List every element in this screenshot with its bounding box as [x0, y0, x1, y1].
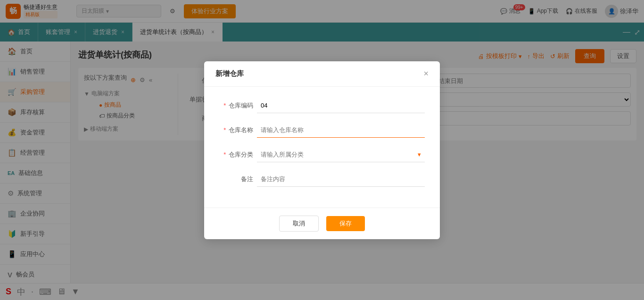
name-label-text: 仓库名称 — [229, 126, 253, 133]
modal-body: * 仓库编码 * 仓库名称 * 仓库分类 — [204, 87, 440, 208]
cancel-button[interactable]: 取消 — [279, 216, 319, 232]
modal-overlay: 新增仓库 × * 仓库编码 * 仓库名称 — [0, 0, 644, 300]
form-row-note: 备注 — [219, 172, 425, 187]
category-label: * 仓库分类 — [219, 150, 257, 159]
warehouse-note-input[interactable] — [257, 172, 425, 187]
form-row-code: * 仓库编码 — [219, 98, 425, 113]
name-label: * 仓库名称 — [219, 126, 257, 134]
form-row-name: * 仓库名称 — [219, 123, 425, 138]
note-label: 备注 — [219, 175, 257, 183]
name-required-mark: * — [223, 126, 226, 133]
add-warehouse-modal: 新增仓库 × * 仓库编码 * 仓库名称 — [204, 61, 440, 239]
category-label-text: 仓库分类 — [229, 151, 253, 158]
warehouse-code-input[interactable] — [257, 98, 425, 113]
code-label-text: 仓库编码 — [229, 102, 253, 109]
modal-close-button[interactable]: × — [423, 69, 429, 79]
form-row-category: * 仓库分类 ▾ — [219, 147, 425, 162]
modal-footer: 取消 保存 — [204, 208, 440, 239]
modal-header: 新增仓库 × — [204, 61, 440, 87]
modal-title: 新增仓库 — [215, 69, 244, 78]
category-required-mark: * — [223, 151, 226, 158]
note-label-text: 备注 — [241, 175, 253, 183]
code-label: * 仓库编码 — [219, 101, 257, 110]
category-arrow-icon: ▾ — [418, 151, 421, 158]
save-button[interactable]: 保存 — [326, 216, 365, 231]
category-select-wrap[interactable]: ▾ — [257, 147, 425, 162]
warehouse-name-input[interactable] — [257, 123, 425, 138]
code-required-mark: * — [223, 102, 226, 109]
category-select-input[interactable] — [261, 151, 418, 158]
